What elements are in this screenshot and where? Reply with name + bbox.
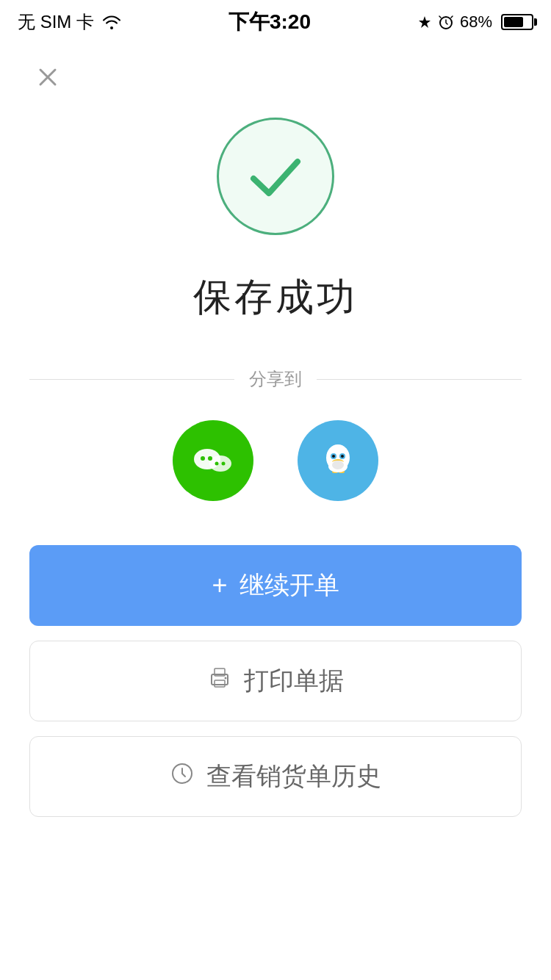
svg-point-8 [221,461,225,465]
share-icons-container [29,420,522,501]
continue-button[interactable]: + 继续开单 [29,545,522,626]
battery-icon [501,14,533,30]
history-label: 查看销货单历史 [206,760,381,793]
qq-share-button[interactable] [298,420,378,501]
location-icon [417,15,432,29]
battery-percent: 68% [460,12,492,32]
checkmark-icon [242,143,309,209]
status-time: 下午3:20 [228,8,311,36]
alarm-icon [438,14,454,30]
close-button[interactable] [29,59,66,96]
share-section: 分享到 [29,367,522,501]
svg-rect-20 [215,680,225,687]
continue-icon: + [212,570,227,601]
status-right: 68% [417,12,533,32]
wifi-icon [101,15,122,29]
svg-point-13 [341,455,344,458]
divider-line-left [29,379,234,380]
print-label: 打印单据 [244,664,344,698]
print-icon [207,666,232,696]
svg-point-5 [201,456,205,461]
history-button[interactable]: 查看销货单历史 [29,736,522,817]
wechat-share-button[interactable] [173,420,253,501]
success-title: 保存成功 [193,272,358,323]
divider-line-right [317,379,522,380]
svg-point-6 [208,456,212,461]
share-divider: 分享到 [29,367,522,391]
status-left: 无 SIM 卡 [18,10,122,34]
svg-point-18 [332,461,344,469]
share-label: 分享到 [249,367,302,391]
no-sim-text: 无 SIM 卡 [18,10,94,34]
main-content: 保存成功 分享到 [0,44,551,846]
wechat-icon [190,437,237,485]
svg-point-7 [215,461,218,465]
svg-point-4 [209,455,231,472]
svg-point-22 [225,677,227,680]
svg-point-12 [332,455,335,458]
qq-icon [314,437,362,485]
action-buttons: + 继续开单 打印单据 查看销货单历史 [29,545,522,817]
success-icon-circle [217,118,334,235]
status-bar: 无 SIM 卡 下午3:20 68% [0,0,551,44]
print-button[interactable]: 打印单据 [29,641,522,721]
history-icon [170,761,195,792]
continue-label: 继续开单 [240,569,339,602]
